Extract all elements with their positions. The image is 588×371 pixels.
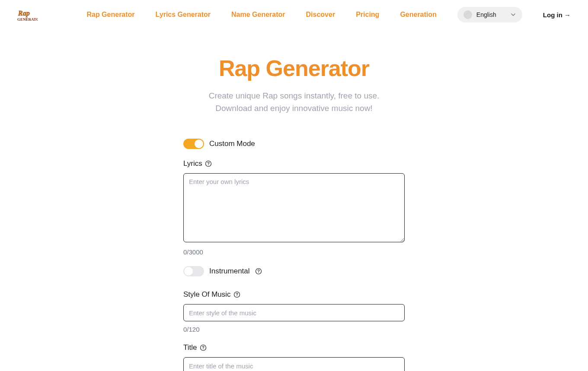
custom-mode-label: Custom Mode <box>209 140 255 148</box>
svg-point-5 <box>258 272 259 273</box>
language-label: English <box>476 11 496 18</box>
svg-point-3 <box>208 165 208 165</box>
title-input[interactable] <box>183 357 405 371</box>
header: Rap GENERATOR Rap Generator Lyrics Gener… <box>0 0 588 29</box>
help-icon[interactable] <box>233 291 240 298</box>
svg-point-9 <box>203 349 203 349</box>
globe-icon <box>463 10 472 19</box>
nav-discover[interactable]: Discover <box>306 11 336 19</box>
main-content: Rap Generator Create unique Rap songs in… <box>92 29 496 371</box>
main-nav: Rap Generator Lyrics Generator Name Gene… <box>47 7 571 22</box>
toggle-knob <box>184 267 193 276</box>
instrumental-label: Instrumental <box>209 267 250 276</box>
language-selector-left: English <box>463 10 496 19</box>
style-input[interactable] <box>183 304 405 321</box>
help-icon[interactable] <box>205 160 212 167</box>
lyrics-textarea[interactable] <box>183 173 405 242</box>
subtitle-line-1: Create unique Rap songs instantly, free … <box>209 91 380 100</box>
style-label-row: Style Of Music <box>183 290 405 299</box>
generator-form: Custom Mode Lyrics 0/3000 Instrumental <box>183 139 405 371</box>
title-label-row: Title <box>183 343 405 352</box>
nav-lyrics-generator[interactable]: Lyrics Generator <box>156 11 211 19</box>
nav-pricing[interactable]: Pricing <box>356 11 379 19</box>
title-label: Title <box>183 343 197 352</box>
instrumental-toggle[interactable] <box>183 266 204 276</box>
custom-mode-row: Custom Mode <box>183 139 405 149</box>
page-title: Rap Generator <box>183 55 405 81</box>
chevron-down-icon <box>510 12 516 18</box>
logo[interactable]: Rap GENERATOR <box>17 7 38 22</box>
page-subtitle: Create unique Rap songs instantly, free … <box>183 90 405 114</box>
help-icon[interactable] <box>200 344 207 351</box>
style-label: Style Of Music <box>183 290 231 299</box>
nav-rap-generator[interactable]: Rap Generator <box>86 11 134 19</box>
instrumental-row: Instrumental <box>183 266 405 276</box>
lyrics-label: Lyrics <box>183 159 202 168</box>
svg-text:Rap: Rap <box>18 10 30 17</box>
language-selector[interactable]: English <box>457 7 522 22</box>
nav-name-generator[interactable]: Name Generator <box>231 11 285 19</box>
svg-point-7 <box>236 295 237 296</box>
lyrics-label-row: Lyrics <box>183 159 405 168</box>
svg-text:GENERATOR: GENERATOR <box>17 17 38 22</box>
style-counter: 0/120 <box>183 326 405 333</box>
login-link[interactable]: Log in → <box>543 11 571 19</box>
toggle-knob <box>195 140 203 148</box>
lyrics-counter: 0/3000 <box>183 248 405 256</box>
help-icon[interactable] <box>255 268 262 275</box>
nav-generation[interactable]: Generation <box>400 11 436 19</box>
subtitle-line-2: Download and enjoy innovative music now! <box>215 104 372 113</box>
custom-mode-toggle[interactable] <box>183 139 204 149</box>
